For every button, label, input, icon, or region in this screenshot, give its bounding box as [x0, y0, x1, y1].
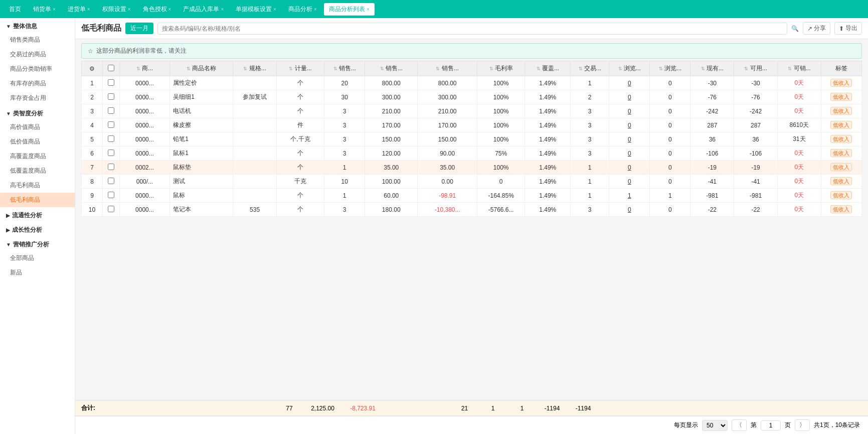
row-checkbox[interactable]: [108, 107, 114, 114]
nav-product-in[interactable]: 产成品入库单 ×: [178, 3, 229, 16]
nav-analysis[interactable]: 商品分析 ×: [283, 3, 322, 16]
row-checkbox[interactable]: [108, 150, 114, 156]
row-checkbox[interactable]: [108, 178, 114, 184]
sidebar-item-stock-capital[interactable]: 库存资金占用: [0, 91, 75, 105]
row-checkbox[interactable]: [108, 164, 114, 170]
row-checkbox[interactable]: [108, 135, 114, 142]
browse1-link[interactable]: 0: [628, 164, 631, 171]
row-browse1[interactable]: 0: [609, 203, 650, 217]
row-checkbox[interactable]: [108, 93, 114, 100]
sidebar-group-overall[interactable]: ▼ 整体信息: [0, 18, 75, 33]
nav-purchase[interactable]: 进货单 ×: [63, 3, 95, 16]
row-checkbox-cell[interactable]: [102, 189, 119, 203]
nav-sales[interactable]: 销货单 ×: [28, 3, 61, 16]
col-tag[interactable]: 标签: [821, 61, 861, 76]
row-checkbox[interactable]: [108, 79, 114, 86]
col-sale-amount[interactable]: ⇅ 销售...: [365, 61, 418, 76]
col-code[interactable]: ⇅ 商...: [119, 61, 170, 76]
row-checkbox-cell[interactable]: [102, 175, 119, 189]
sidebar-item-new-goods[interactable]: 新品: [0, 265, 75, 280]
col-settings[interactable]: ⚙: [82, 61, 103, 76]
row-checkbox-cell[interactable]: [102, 104, 119, 118]
col-browse1[interactable]: ⇅ 浏览...: [609, 61, 650, 76]
row-browse1[interactable]: 0: [609, 132, 650, 147]
row-checkbox-cell[interactable]: [102, 147, 119, 161]
row-browse1[interactable]: 1: [609, 189, 650, 203]
sidebar-item-high-coverage[interactable]: 高覆盖度商品: [0, 149, 75, 164]
col-sellable[interactable]: ⇅ 可销...: [777, 61, 821, 76]
data-table-container[interactable]: ⚙ ⇅ 商... ⇅ 商品名称 ⇅ 规格... ⇅ 计量... ⇅ 销售... …: [81, 61, 862, 400]
row-browse1[interactable]: 0: [609, 76, 650, 90]
sidebar-item-low-coverage[interactable]: 低覆盖度商品: [0, 164, 75, 178]
nav-home[interactable]: 首页: [4, 3, 26, 16]
close-template-icon[interactable]: ×: [273, 7, 276, 12]
col-coverage[interactable]: ⇅ 覆盖...: [525, 61, 571, 76]
row-checkbox[interactable]: [108, 206, 114, 212]
prev-page-button[interactable]: 〈: [732, 419, 747, 431]
search-input[interactable]: [157, 23, 787, 35]
sidebar-item-category-rate[interactable]: 商品分类助销率: [0, 62, 75, 76]
col-profit-rate[interactable]: ⇅ 毛利率: [477, 61, 525, 76]
row-checkbox-cell[interactable]: [102, 161, 119, 175]
sidebar-item-all-goods[interactable]: 全部商品: [0, 251, 75, 265]
page-size-select[interactable]: 50 100 200: [702, 420, 728, 431]
close-product-in-icon[interactable]: ×: [221, 7, 224, 12]
filter-recent-month-button[interactable]: 近一月: [125, 23, 153, 34]
browse1-link[interactable]: 0: [628, 206, 631, 213]
col-spec[interactable]: ⇅ 规格...: [233, 61, 277, 76]
browse1-link[interactable]: 1: [628, 192, 631, 199]
next-page-button[interactable]: 〉: [795, 419, 810, 431]
nav-analysis-list[interactable]: 商品分析列表 ×: [324, 3, 375, 16]
col-unit[interactable]: ⇅ 计量...: [276, 61, 324, 76]
browse1-link[interactable]: 0: [628, 122, 631, 129]
select-all-checkbox[interactable]: [108, 65, 114, 71]
col-sale-qty[interactable]: ⇅ 销售...: [324, 61, 365, 76]
close-analysis-list-icon[interactable]: ×: [367, 7, 370, 12]
page-number-input[interactable]: [761, 420, 781, 430]
row-browse1[interactable]: 0: [609, 90, 650, 104]
export-button[interactable]: ⬆ 导出: [834, 22, 862, 35]
row-checkbox-cell[interactable]: [102, 132, 119, 147]
share-button[interactable]: ↗ 分享: [803, 22, 830, 35]
sidebar-group-growth[interactable]: ▶ 成长性分析: [0, 222, 75, 236]
col-browse2[interactable]: ⇅ 浏览...: [650, 61, 690, 76]
nav-permission[interactable]: 权限设置 ×: [97, 3, 136, 16]
row-browse1[interactable]: 0: [609, 118, 650, 132]
row-browse1[interactable]: 0: [609, 161, 650, 175]
row-checkbox-cell[interactable]: [102, 76, 119, 90]
close-role-icon[interactable]: ×: [168, 7, 171, 12]
close-purchase-icon[interactable]: ×: [87, 7, 90, 12]
browse1-link[interactable]: 0: [628, 136, 631, 143]
browse1-link[interactable]: 0: [628, 80, 631, 87]
sidebar-item-low-value[interactable]: 低价值商品: [0, 134, 75, 149]
sidebar-item-stocked-goods[interactable]: 有库存的商品: [0, 76, 75, 91]
row-checkbox[interactable]: [108, 192, 114, 198]
col-stock[interactable]: ⇅ 现有...: [690, 61, 734, 76]
sidebar-item-high-margin[interactable]: 高毛利商品: [0, 178, 75, 193]
row-checkbox-cell[interactable]: [102, 90, 119, 104]
sidebar-group-marketing[interactable]: ▼ 营销推广分析: [0, 236, 75, 251]
row-browse1[interactable]: 0: [609, 147, 650, 161]
close-analysis-icon[interactable]: ×: [314, 7, 317, 12]
col-name[interactable]: ⇅ 商品名称: [170, 61, 233, 76]
sidebar-item-low-margin[interactable]: 低毛利商品: [0, 193, 75, 207]
col-avail[interactable]: ⇅ 可用...: [734, 61, 778, 76]
browse1-link[interactable]: 0: [628, 178, 631, 185]
row-browse1[interactable]: 0: [609, 104, 650, 118]
browse1-link[interactable]: 0: [628, 108, 631, 115]
nav-role[interactable]: 角色授权 ×: [138, 3, 177, 16]
sidebar-item-high-value[interactable]: 高价值商品: [0, 120, 75, 134]
row-checkbox-cell[interactable]: [102, 203, 119, 217]
sidebar-group-smart[interactable]: ▼ 类智度分析: [0, 105, 75, 120]
col-checkbox[interactable]: [102, 61, 119, 76]
col-trade[interactable]: ⇅ 交易...: [571, 61, 609, 76]
sidebar-item-traded-goods[interactable]: 交易过的商品: [0, 47, 75, 62]
row-checkbox-cell[interactable]: [102, 118, 119, 132]
close-permission-icon[interactable]: ×: [128, 7, 131, 12]
browse1-link[interactable]: 0: [628, 94, 631, 101]
search-icon[interactable]: 🔍: [791, 25, 799, 32]
col-sale-profit[interactable]: ⇅ 销售...: [418, 61, 477, 76]
sidebar-group-flow[interactable]: ▶ 流通性分析: [0, 207, 75, 222]
browse1-link[interactable]: 0: [628, 150, 631, 157]
row-checkbox[interactable]: [108, 121, 114, 128]
